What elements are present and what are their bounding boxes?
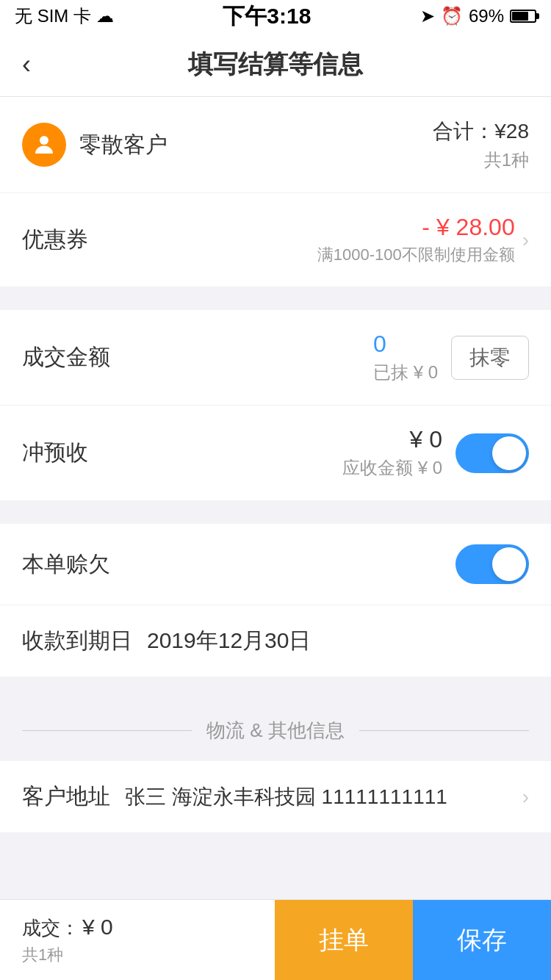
- bottom-count: 共1种: [22, 944, 253, 966]
- logistics-line-right: [359, 730, 529, 731]
- bottom-deal-line: 成交： ¥ 0: [22, 915, 253, 941]
- coupon-right: - ¥ 28.00 满1000-100不限制使用金额 ›: [317, 214, 529, 266]
- logistics-label: 物流 & 其他信息: [192, 718, 359, 743]
- toggle-knob: [492, 436, 526, 470]
- svg-point-0: [40, 136, 48, 145]
- deal-amount-label: 成交金额: [22, 342, 110, 372]
- due-date-row: 收款到期日 2019年12月30日: [0, 605, 551, 677]
- address-value: 张三 海淀永丰科技园 11111111111: [125, 783, 522, 811]
- customer-row: 零散客户 合计：¥28 共1种: [0, 97, 551, 192]
- coupon-desc: 满1000-100不限制使用金额: [317, 244, 515, 266]
- deal-amount-right: 0 已抹 ¥ 0 抹零: [373, 331, 529, 384]
- address-label: 客户地址: [22, 782, 110, 812]
- chevron-right-icon: ›: [522, 228, 529, 252]
- hang-order-button[interactable]: 挂单: [275, 900, 413, 981]
- coupon-label: 优惠券: [22, 225, 88, 255]
- avatar: [22, 123, 66, 167]
- due-date-label: 收款到期日: [22, 626, 132, 656]
- bottom-bar: 成交： ¥ 0 共1种 挂单 保存: [0, 899, 551, 980]
- back-button[interactable]: ‹: [15, 42, 38, 87]
- gray-separator-3: [0, 688, 551, 700]
- gray-separator-1: [0, 298, 551, 310]
- status-time: 下午3:18: [223, 1, 311, 32]
- logistics-divider: 物流 & 其他信息: [0, 700, 551, 761]
- deal-amount-value-wrapper: 0 已抹 ¥ 0: [373, 331, 438, 384]
- customer-right: 合计：¥28 共1种: [433, 118, 529, 172]
- bottom-deal-amount: ¥ 0: [82, 915, 113, 940]
- prepay-right-wrapper: ¥ 0 应收金额 ¥ 0: [342, 426, 529, 480]
- coupon-row[interactable]: 优惠券 - ¥ 28.00 满1000-100不限制使用金额 ›: [0, 192, 551, 287]
- status-left: 无 SIM 卡 ☁: [15, 4, 114, 28]
- alarm-icon: ⏰: [441, 6, 463, 26]
- gray-separator-2: [0, 512, 551, 524]
- customer-name: 零散客户: [79, 130, 168, 160]
- deal-section: 成交金额 0 已抹 ¥ 0 抹零 冲预收 ¥ 0 应收金额 ¥ 0: [0, 310, 551, 500]
- debt-section: 本单赊欠 收款到期日 2019年12月30日: [0, 524, 551, 677]
- deal-amount-row: 成交金额 0 已抹 ¥ 0 抹零: [0, 310, 551, 405]
- address-section: 客户地址 张三 海淀永丰科技园 11111111111 ›: [0, 761, 551, 832]
- customer-left: 零散客户: [22, 123, 168, 167]
- address-row[interactable]: 客户地址 张三 海淀永丰科技园 11111111111 ›: [0, 761, 551, 832]
- prepay-amount: ¥ 0: [342, 426, 442, 453]
- prepay-label: 冲预收: [22, 438, 88, 468]
- deal-amount-value: 0: [373, 331, 438, 358]
- deal-amount-note: 已抹 ¥ 0: [373, 361, 438, 384]
- debt-toggle-knob: [492, 547, 526, 581]
- bottom-info: 成交： ¥ 0 共1种: [0, 915, 275, 966]
- logistics-line-left: [22, 730, 192, 731]
- debt-label: 本单赊欠: [22, 550, 110, 580]
- battery-icon: [510, 10, 536, 23]
- address-chevron-icon: ›: [522, 785, 529, 809]
- prepay-note: 应收金额 ¥ 0: [342, 456, 442, 480]
- total-count: 共1种: [433, 148, 529, 172]
- battery-percent: 69%: [469, 6, 504, 26]
- prepay-right: ¥ 0 应收金额 ¥ 0: [342, 426, 442, 480]
- sim-label: 无 SIM 卡 ☁: [15, 4, 114, 28]
- bottom-deal-label: 成交：: [22, 915, 79, 941]
- debt-toggle[interactable]: [455, 544, 529, 584]
- customer-section: 零散客户 合计：¥28 共1种 优惠券 - ¥ 28.00 满1000-100不…: [0, 97, 551, 287]
- save-button[interactable]: 保存: [413, 900, 551, 981]
- due-date-value: 2019年12月30日: [147, 626, 311, 656]
- round-zero-button[interactable]: 抹零: [451, 336, 529, 380]
- debt-row: 本单赊欠: [0, 524, 551, 605]
- status-right: ➤ ⏰ 69%: [420, 6, 536, 26]
- coupon-discount: - ¥ 28.00: [317, 214, 515, 241]
- page-title: 填写结算等信息: [188, 48, 363, 82]
- status-bar: 无 SIM 卡 ☁ 下午3:18 ➤ ⏰ 69%: [0, 0, 551, 32]
- nav-bar: ‹ 填写结算等信息: [0, 32, 551, 97]
- location-icon: ➤: [420, 6, 435, 26]
- total-amount: 合计：¥28: [433, 118, 529, 145]
- user-icon: [31, 131, 57, 158]
- logistics-section: 物流 & 其他信息: [0, 700, 551, 761]
- prepay-toggle[interactable]: [455, 433, 529, 473]
- prepay-row: 冲预收 ¥ 0 应收金额 ¥ 0: [0, 405, 551, 500]
- coupon-right-inner: - ¥ 28.00 满1000-100不限制使用金额: [317, 214, 515, 266]
